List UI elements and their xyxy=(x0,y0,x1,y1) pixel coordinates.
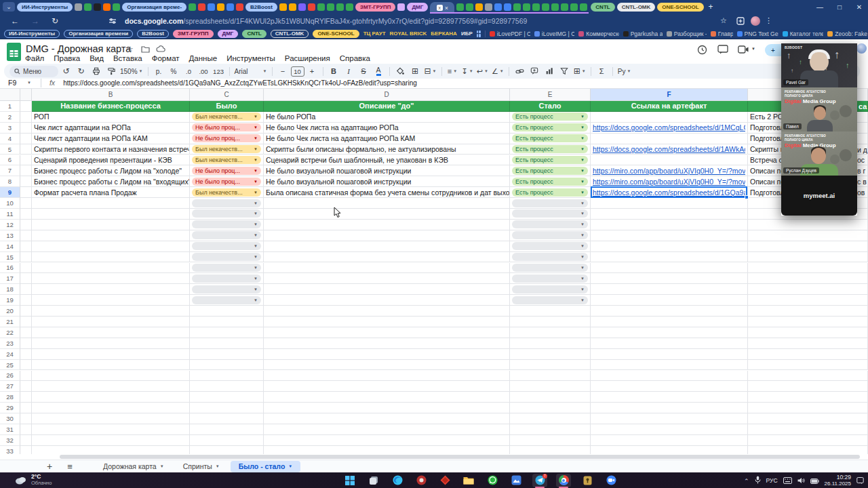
cell-A6[interactable] xyxy=(20,155,32,166)
row-header-1[interactable]: 1 xyxy=(0,101,20,112)
column-header-D[interactable]: D xyxy=(264,89,510,101)
browser-tab[interactable] xyxy=(208,3,215,11)
cell-B13[interactable] xyxy=(32,230,190,241)
cell-E11[interactable]: ▼ xyxy=(510,209,591,220)
row-header-8[interactable]: 8 xyxy=(0,176,20,187)
cell-G22[interactable] xyxy=(748,327,868,338)
cell-D17[interactable] xyxy=(264,273,510,284)
select-all-corner[interactable] xyxy=(0,89,20,101)
cell-G19[interactable] xyxy=(748,295,868,306)
cell-C15[interactable]: ▼ xyxy=(190,252,264,263)
cell-G17[interactable] xyxy=(748,273,868,284)
cell-A2[interactable] xyxy=(20,112,32,123)
cell-B19[interactable] xyxy=(32,295,190,306)
status-chip[interactable]: Был некачеств...▼ xyxy=(192,156,261,164)
bookmark-item-2[interactable]: Коммерческое пре... xyxy=(578,30,618,37)
cell-F18[interactable] xyxy=(591,284,748,295)
explorer-icon[interactable] xyxy=(461,474,476,487)
cell-F32[interactable] xyxy=(591,435,748,446)
tab-group-after-0[interactable]: CNTL xyxy=(591,3,614,12)
row-header-10[interactable]: 10 xyxy=(0,198,20,209)
merge-cells-button[interactable]: ⊟▼ xyxy=(423,65,438,77)
cell-F5[interactable]: https://docs.google.com/spreadsheets/d/1… xyxy=(591,144,748,155)
empty-dropdown-chip[interactable]: ▼ xyxy=(192,285,261,293)
cell-E24[interactable] xyxy=(510,349,591,360)
cell-F2[interactable] xyxy=(591,112,748,123)
row-header-32[interactable]: 32 xyxy=(0,435,20,446)
sheets-logo-icon[interactable] xyxy=(7,43,21,61)
cell-B16[interactable] xyxy=(32,263,190,274)
cell-A26[interactable] xyxy=(20,371,32,382)
browser-tab[interactable] xyxy=(532,3,540,11)
bookmark-item-6[interactable]: PNG Text Generator... xyxy=(737,30,778,37)
row-header-22[interactable]: 22 xyxy=(0,327,20,338)
cell-C10[interactable]: ▼ xyxy=(190,198,264,209)
cell-C30[interactable] xyxy=(190,413,264,424)
browser-tab[interactable] xyxy=(475,3,483,11)
row-header-9[interactable]: 9 xyxy=(0,187,20,198)
undo-button[interactable]: ↺ xyxy=(59,65,73,77)
tab-group-3[interactable]: ЗМТ-ГРУПП xyxy=(355,3,395,12)
bookmark-text-3[interactable]: ИБР xyxy=(461,30,473,37)
cell-A5[interactable] xyxy=(20,144,32,155)
cell-D6[interactable]: Сценарий встречи был шаблонный, не упако… xyxy=(264,155,510,166)
browser-tab[interactable] xyxy=(336,3,344,11)
hidden-icons-chevron[interactable]: ⌃ xyxy=(744,478,749,485)
cell-D30[interactable] xyxy=(264,413,510,424)
cell-G13[interactable] xyxy=(748,230,868,241)
cell-C11[interactable]: ▼ xyxy=(190,209,264,220)
row-header-28[interactable]: 28 xyxy=(0,392,20,403)
status-chip[interactable]: Был некачеств...▼ xyxy=(192,113,261,121)
cell-G20[interactable] xyxy=(748,306,868,317)
input-tools-button[interactable]: Ру▼ xyxy=(616,65,633,77)
status-chip[interactable]: Есть процесс▼ xyxy=(512,188,588,197)
cell-D32[interactable] xyxy=(264,435,510,446)
row-header-19[interactable]: 19 xyxy=(0,295,20,306)
cell-C13[interactable]: ▼ xyxy=(190,230,264,241)
status-chip[interactable]: Не было проц...▼ xyxy=(192,178,261,186)
row-header-4[interactable]: 4 xyxy=(0,134,20,144)
cell-A18[interactable] xyxy=(20,284,32,295)
browser-tab[interactable] xyxy=(298,3,306,11)
profile-avatar[interactable] xyxy=(751,16,760,26)
cell-G24[interactable] xyxy=(748,349,868,360)
browser-tab[interactable] xyxy=(561,3,568,11)
bookmark-folder-0[interactable]: ИИ-Инструменты xyxy=(4,30,60,38)
browser-red-icon[interactable] xyxy=(414,474,429,487)
browser-tab[interactable] xyxy=(580,3,587,11)
cell-F19[interactable] xyxy=(591,295,748,306)
cell-B24[interactable] xyxy=(32,349,190,360)
horizontal-align-button[interactable]: ≡▼ xyxy=(446,65,460,77)
cell-F25[interactable] xyxy=(591,360,748,371)
cell-E10[interactable]: ▼ xyxy=(510,198,591,209)
italic-button[interactable]: I xyxy=(342,65,356,77)
browser-tab[interactable] xyxy=(226,3,234,11)
red-diamond-icon[interactable] xyxy=(437,474,452,487)
cell-F31[interactable] xyxy=(591,424,748,435)
meet-dropdown-icon[interactable]: ▼ xyxy=(751,47,755,51)
tab-group-1[interactable]: Организация време- xyxy=(122,3,186,12)
cell-G21[interactable] xyxy=(748,317,868,327)
row-header-24[interactable]: 24 xyxy=(0,349,20,360)
cell-D12[interactable] xyxy=(264,220,510,230)
status-chip[interactable]: Есть процесс▼ xyxy=(512,123,588,131)
cell-G33[interactable] xyxy=(748,446,868,454)
cell-F8[interactable]: https://miro.com/app/board/uXjVIq0H0_Y=/… xyxy=(591,176,748,187)
cell-E22[interactable] xyxy=(510,327,591,338)
cell-F30[interactable] xyxy=(591,413,748,424)
cell-E15[interactable]: ▼ xyxy=(510,252,591,263)
battery-icon[interactable] xyxy=(810,474,819,487)
cell-A21[interactable] xyxy=(20,317,32,327)
cell-D26[interactable] xyxy=(264,371,510,382)
menu-инструменты[interactable]: Инструменты xyxy=(222,53,280,64)
empty-dropdown-chip[interactable]: ▼ xyxy=(192,209,261,218)
row-header-23[interactable]: 23 xyxy=(0,338,20,349)
cell-A14[interactable] xyxy=(20,241,32,252)
menu-расширения[interactable]: Расширения xyxy=(280,53,335,64)
cell-E5[interactable]: Есть процесс▼ xyxy=(510,144,591,155)
cell-G23[interactable] xyxy=(748,338,868,349)
cell-C27[interactable] xyxy=(190,381,264,392)
row-header-14[interactable]: 14 xyxy=(0,241,20,252)
cell-G32[interactable] xyxy=(748,435,868,446)
sheet-tab-0[interactable]: Дорожная карта▼ xyxy=(95,461,172,472)
